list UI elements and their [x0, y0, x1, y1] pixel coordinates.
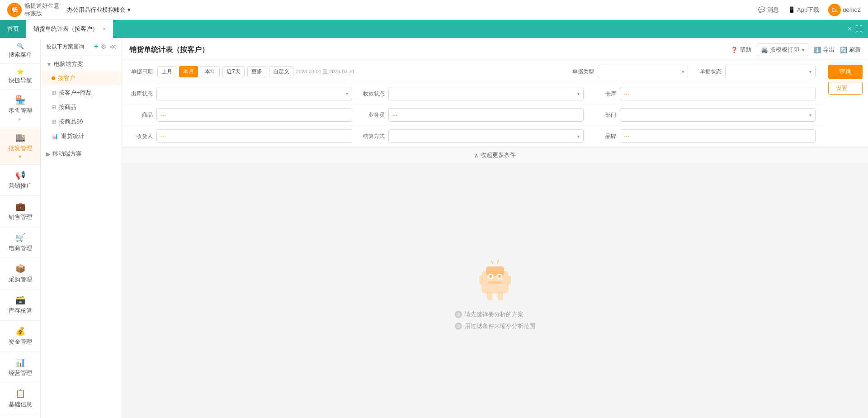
settlement-arrow: ▾	[577, 134, 580, 139]
filter-row-date: 单据日期 上月 本月 本年 近7天 更多 自定义 2023-03-01 至 20…	[122, 60, 823, 83]
sidebar-item-wholesale[interactable]: 🏬 批发管理 ▼	[0, 127, 40, 165]
scheme-item-by-customer-goods[interactable]: ⊞ 按客户+商品	[41, 86, 122, 100]
sidebar-item-sales[interactable]: 💼 销售管理	[0, 196, 40, 227]
collapse-row[interactable]: ∧ 收起更多条件	[122, 147, 868, 163]
last7-btn[interactable]: 近7天	[222, 66, 245, 77]
out-status-arrow: ▾	[346, 91, 348, 96]
refresh-icon: 🔄	[840, 47, 847, 53]
empty-tip-2: ② 用过滤条件来缩小分析范围	[455, 322, 535, 330]
scheme-item-by-goods99[interactable]: ⊞ 按商品99	[41, 114, 122, 129]
receiver-cell: 收货人 ···	[129, 129, 352, 143]
custom-btn[interactable]: 自定义	[269, 66, 293, 77]
doc-type-label: 单据类型	[572, 68, 594, 76]
nav-icon: ⭐	[17, 68, 24, 75]
settlement-select[interactable]: ▾	[388, 129, 584, 143]
message-button[interactable]: 💬 消息	[758, 6, 779, 14]
scheme-item-return-stats[interactable]: 📊 退货统计	[41, 129, 122, 143]
print-button[interactable]: 🖨️ 按模板打印 ▾	[757, 43, 808, 56]
wholesale-icon: 🏬	[15, 133, 25, 142]
last-month-btn[interactable]: 上月	[157, 66, 176, 77]
basic-icon: 📋	[15, 389, 25, 399]
sidebar-item-finance[interactable]: 💰 资金管理	[0, 321, 40, 352]
logo-icon: 畅	[7, 3, 22, 17]
sidebar-item-basic[interactable]: 📋 基础信息	[0, 383, 40, 414]
sidebar-item-system[interactable]: ⚙️ 系统管理	[0, 414, 40, 418]
out-status-select[interactable]: ▾	[156, 87, 352, 100]
receive-status-select[interactable]: ▾	[388, 87, 584, 100]
refresh-button[interactable]: 🔄 刷新	[840, 46, 861, 54]
filter-row-4: 收货人 ··· 结算方式 ▾	[122, 126, 823, 147]
sidebar-quicknav[interactable]: ⭐ 快捷导航	[0, 64, 40, 90]
dept-select[interactable]: ▾	[620, 108, 816, 122]
sidebar-item-ecom[interactable]: 🛒 电商管理	[0, 227, 40, 258]
scheme-settings-button[interactable]: ⚙	[101, 43, 107, 50]
collapse-button[interactable]: ∧ 收起更多条件	[474, 151, 516, 159]
export-icon: ⬇️	[814, 47, 821, 53]
settings-button[interactable]: 设置	[828, 82, 863, 95]
ecom-icon: 🛒	[15, 233, 25, 242]
warehouse-input[interactable]: ···	[620, 87, 816, 100]
empty-illustration	[468, 251, 522, 305]
sidebar-item-stock[interactable]: 🗃️ 库存核算	[0, 290, 40, 321]
doc-status-select[interactable]: ▾	[725, 65, 816, 78]
filter-and-buttons: 单据日期 上月 本月 本年 近7天 更多 自定义 2023-03-01 至 20…	[122, 60, 868, 147]
grid-icon-3: ⊞	[52, 119, 56, 125]
marketing-icon: 📢	[15, 170, 25, 180]
scheme-actions: + ⚙ ≪	[94, 43, 116, 51]
sidebar-item-marketing[interactable]: 📢 营销推广	[0, 165, 40, 196]
account-selector[interactable]: 办公用品行业模拟账套 ▾	[63, 4, 134, 16]
svg-line-14	[497, 260, 499, 263]
filter-row-2: 出库状态 ▾ 收款状态 ▾	[122, 83, 823, 104]
retail-icon: 🏪	[15, 95, 25, 105]
this-month-btn[interactable]: 本月	[179, 66, 198, 77]
brand-label: 品牌	[593, 133, 616, 140]
empty-tip-1: ① 请先选择要分析的方案	[455, 310, 535, 318]
sidebar-search[interactable]: 🔍 搜索菜单	[0, 38, 40, 64]
empty-state: ① 请先选择要分析的方案 ② 用过滤条件来缩小分析范围	[122, 163, 868, 418]
salesperson-input[interactable]: ···	[388, 108, 584, 122]
salesperson-dots: ···	[392, 111, 398, 119]
user-menu[interactable]: Ea demo2	[828, 4, 861, 16]
this-year-btn[interactable]: 本年	[201, 66, 220, 77]
warehouse-label: 仓库	[593, 90, 616, 98]
tab-close-icon[interactable]: ×	[103, 26, 106, 32]
export-button[interactable]: ⬇️ 导出	[814, 46, 835, 54]
tab-home[interactable]: 首页	[0, 20, 26, 38]
scheme-add-button[interactable]: +	[94, 43, 98, 51]
search-icon: 🔍	[17, 43, 24, 49]
svg-rect-3	[486, 266, 504, 276]
app-download-button[interactable]: 📱 App下载	[788, 6, 819, 14]
sidebar-item-purchase[interactable]: 📦 采购管理	[0, 258, 40, 290]
doc-type-arrow: ▾	[682, 69, 684, 74]
sidebar-item-retail[interactable]: 🏪 零售管理 ▶	[0, 90, 40, 127]
date-buttons: 上月 本月 本年 近7天 更多 自定义 2023-03-01 至 2023-03…	[157, 66, 354, 77]
page-header: 销货单统计表（按客户） ❓ 帮助 🖨️ 按模板打印 ▾ ⬇️ 导出	[122, 38, 868, 60]
receiver-input[interactable]: ···	[156, 129, 352, 143]
header-right: 💬 消息 📱 App下载 Ea demo2	[758, 4, 861, 16]
scheme-item-by-customer[interactable]: 按客户	[41, 71, 122, 86]
scheme-panel: 按以下方案查询 + ⚙ ≪ ▼ 电脑端方案 按客户 ⊞ 按客户+	[41, 38, 122, 418]
scheme-group-mobile-title[interactable]: ▶ 移动端方案	[41, 147, 122, 161]
logo-area: 畅 畅捷通好生意 标账版	[7, 2, 60, 18]
doc-type-select[interactable]: ▾	[598, 65, 688, 78]
scheme-collapse-button[interactable]: ≪	[109, 43, 116, 50]
message-icon: 💬	[758, 6, 765, 13]
chart-icon: 📊	[52, 133, 58, 139]
brand-input[interactable]: ···	[620, 129, 816, 143]
scheme-header: 按以下方案查询 + ⚙ ≪	[41, 38, 122, 56]
scheme-group-desktop-title[interactable]: ▼ 电脑端方案	[41, 57, 122, 71]
goods-cell: 商品 ···	[129, 108, 352, 122]
sidebar-item-ops[interactable]: 📊 经营管理	[0, 352, 40, 383]
goods-input[interactable]: ···	[156, 108, 352, 122]
scheme-item-by-goods[interactable]: ⊞ 按商品	[41, 100, 122, 114]
tab-active[interactable]: 销货单统计表（按客户） ×	[26, 20, 113, 38]
window-close-button[interactable]: ×	[848, 25, 852, 33]
query-button[interactable]: 查询	[828, 65, 863, 79]
more-btn[interactable]: 更多	[247, 66, 266, 77]
arrow-down-icon: ▼	[46, 61, 52, 68]
svg-rect-10	[507, 276, 511, 285]
help-button[interactable]: ❓ 帮助	[731, 46, 751, 54]
grid-icon-2: ⊞	[52, 104, 56, 110]
window-maximize-button[interactable]: ⛶	[855, 25, 863, 33]
receive-status-label: 收款状态	[361, 90, 385, 98]
